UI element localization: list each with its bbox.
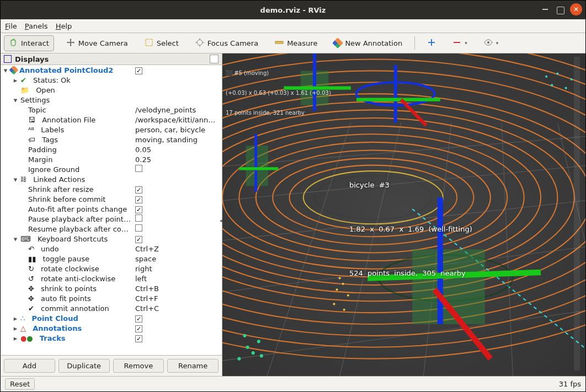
tree-item-topic[interactable]: Topic/velodyne_points <box>1 105 222 115</box>
tree-item-labels[interactable]: ᴬᴮ Labelsperson, car, bicycle <box>1 125 222 135</box>
tree-item-value[interactable]: left <box>135 275 220 283</box>
tool-visibility[interactable]: ▾ <box>480 36 503 51</box>
tree-item-status[interactable]: ▸✔ Status: Ok <box>1 75 222 85</box>
tree-item-rotate-cw[interactable]: ↻ rotate clockwiseright <box>1 264 222 273</box>
tree-item-point-cloud[interactable]: ▸∴ Point Cloud <box>1 313 222 323</box>
svg-point-41 <box>243 334 246 337</box>
tree-item-label: Keyboard Shortcuts <box>38 235 108 243</box>
tree-item-settings[interactable]: ▾Settings <box>1 95 222 105</box>
svg-point-39 <box>252 351 255 355</box>
tree-item-toggle-pause[interactable]: ▮▮ toggle pausespace <box>1 254 222 264</box>
checkbox[interactable] <box>135 165 142 172</box>
tree-item-open[interactable]: 📁 Open <box>1 85 222 95</box>
tool-select[interactable]: Select <box>140 36 183 51</box>
svg-point-32 <box>339 277 341 279</box>
overlay-corner: ⬛ #5 (moving) (+0.03) x 0.63 (+0.03) x 1… <box>226 57 331 130</box>
tool-select-label: Select <box>157 39 179 47</box>
tool-focus-camera[interactable]: Focus Camera <box>191 36 263 51</box>
tool-move-camera[interactable]: Move Camera <box>62 36 132 51</box>
tree-item-label: Point Cloud <box>31 314 78 323</box>
tool-remove[interactable]: ▾ <box>448 36 472 51</box>
duplicate-button[interactable]: Duplicate <box>58 359 110 373</box>
tree-item-shrink-after-resize[interactable]: Shrink after resize <box>1 184 222 194</box>
displays-toggle[interactable] <box>210 55 219 63</box>
tree-item-linked-actions[interactable]: ▾⛓ Linked Actions <box>1 174 222 184</box>
close-button[interactable] <box>570 3 582 15</box>
checkbox[interactable] <box>135 206 142 213</box>
tree-item-tags[interactable]: 🏷 Tagsmoving, standing <box>1 135 222 144</box>
tree-item-ignore-ground[interactable]: Ignore Ground <box>1 164 222 174</box>
visibility-checkbox[interactable] <box>135 67 142 74</box>
tree-item-value[interactable]: Ctrl+C <box>135 304 220 313</box>
visibility-checkbox[interactable] <box>135 335 142 342</box>
checkbox[interactable] <box>135 236 142 243</box>
checkbox[interactable] <box>135 214 142 222</box>
tree-item-value[interactable]: Ctrl+B <box>135 284 220 293</box>
checkbox[interactable] <box>135 186 142 194</box>
tool-new-annotation[interactable]: New Annotation <box>329 37 407 50</box>
tree-item-value[interactable]: 0.05 <box>135 146 220 154</box>
tree-item-padding[interactable]: Padding0.05 <box>1 144 222 154</box>
svg-point-48 <box>571 78 573 80</box>
tree-item-value[interactable]: right <box>135 265 220 273</box>
tree-item-rotate-ccw[interactable]: ↺ rotate anti-clockwiseleft <box>1 273 222 283</box>
render-panel[interactable]: ◂ ▸ <box>222 53 585 376</box>
check-icon: ✔ <box>20 76 26 84</box>
tree-item-tracks[interactable]: ▸●● Tracks <box>1 333 222 343</box>
tree-item-value[interactable]: /velodyne_points <box>135 106 220 114</box>
tree-item-label: Annotation File <box>42 116 95 124</box>
tree-item-annotation-file[interactable]: 🖫 Annotation File/workspace/kitti/ann… <box>1 115 222 125</box>
tree-item-undo[interactable]: ↶ undoCtrl+Z <box>1 244 222 254</box>
tree-item-resume-playback[interactable]: Resume playback after co… <box>1 224 222 234</box>
title-bar: demo.rviz - RViz <box>1 1 585 19</box>
tree-item-label: toggle pause <box>42 255 89 263</box>
tool-measure[interactable]: Measure <box>270 36 322 51</box>
tags-icon: 🏷 <box>28 136 35 144</box>
tree-item-shrink-before-commit[interactable]: Shrink before commit <box>1 194 222 204</box>
add-button[interactable]: Add <box>4 359 55 373</box>
tree-item-value[interactable]: moving, standing <box>135 136 220 144</box>
reset-button[interactable]: Reset <box>5 378 35 390</box>
tree-item-label: Topic <box>28 106 46 114</box>
visibility-checkbox[interactable] <box>135 315 142 323</box>
tree-item-value[interactable]: /workspace/kitti/ann… <box>135 116 220 124</box>
maximize-button[interactable] <box>557 7 564 14</box>
tool-add[interactable] <box>423 36 440 51</box>
left-panel: Displays ▾Annotated PointCloud2 ▸✔ Statu… <box>1 53 222 376</box>
menu-help[interactable]: Help <box>56 22 72 30</box>
tree-item-commit[interactable]: ✔ commit annotationCtrl+C <box>1 303 222 313</box>
tree-item-margin[interactable]: Margin0.25 <box>1 154 222 164</box>
tree-item-label: Shrink before commit <box>28 195 105 203</box>
rename-button[interactable]: Rename <box>167 359 219 373</box>
tree-item-value[interactable]: 0.25 <box>135 155 220 164</box>
tree-item-auto-fit-points[interactable]: ✥ auto fit pointsCtrl+F <box>1 293 222 303</box>
scrollbar[interactable] <box>574 57 580 370</box>
remove-button[interactable]: Remove <box>113 359 164 373</box>
tree-item-value[interactable]: Ctrl+F <box>135 294 220 303</box>
tree-item-annotated-pointcloud2[interactable]: ▾Annotated PointCloud2 <box>1 65 222 75</box>
visibility-checkbox[interactable] <box>135 325 142 332</box>
tree-item-label: Padding <box>28 146 57 154</box>
tree-item-annotations[interactable]: ▸△ Annotations <box>1 323 222 333</box>
checkbox[interactable] <box>135 224 142 232</box>
checkbox[interactable] <box>135 196 142 203</box>
tree-item-auto-fit[interactable]: Auto-fit after points change <box>1 204 222 214</box>
displays-tree[interactable]: ▾Annotated PointCloud2 ▸✔ Status: Ok 📁 O… <box>1 65 222 356</box>
tree-item-value[interactable]: space <box>135 255 220 263</box>
tree-item-shortcuts[interactable]: ▾⌨ Keyboard Shortcuts <box>1 234 222 244</box>
minimize-button[interactable] <box>539 3 551 15</box>
displays-header: Displays <box>1 53 222 65</box>
menu-file[interactable]: File <box>5 22 17 30</box>
menu-panels[interactable]: Panels <box>25 22 48 30</box>
svg-point-47 <box>565 87 567 89</box>
tree-item-value[interactable]: person, car, bicycle <box>135 126 220 134</box>
tree-item-value[interactable]: Ctrl+Z <box>135 245 220 253</box>
svg-point-42 <box>260 354 263 357</box>
menu-bar: File Panels Help <box>1 19 585 33</box>
3d-view[interactable]: ⬛ #5 (moving) (+0.03) x 0.63 (+0.03) x 1… <box>222 53 585 376</box>
tree-item-pause-playback[interactable]: Pause playback after point… <box>1 214 222 224</box>
minus-icon <box>452 38 461 49</box>
tool-interact[interactable]: Interact <box>4 35 54 51</box>
tree-item-shrink[interactable]: ✥ shrink to pointsCtrl+B <box>1 283 222 293</box>
tree-item-label: auto fit points <box>41 294 91 303</box>
